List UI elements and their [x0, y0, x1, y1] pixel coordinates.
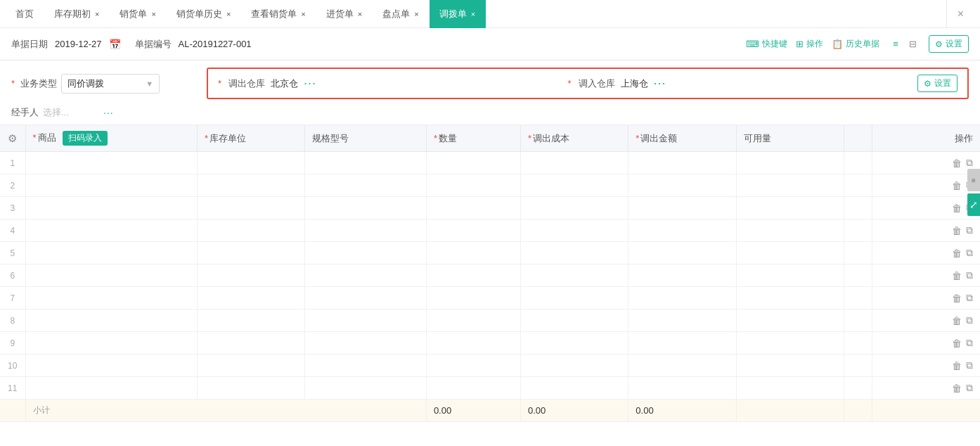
table-row: 1 🗑 ⧉ [0, 152, 980, 174]
table-row-11: 11 🗑⧉ [0, 377, 980, 400]
tab-purchase[interactable]: 进货单 × [316, 0, 373, 28]
settings-button[interactable]: ⚙ 设置 [929, 35, 969, 53]
table-area: ⚙ *商品 扫码录入 *库存单位 规格型号 *数量 *调出成本 [0, 125, 980, 422]
tab-sales-history[interactable]: 销货单历史 × [167, 0, 241, 28]
form-header: 单据日期 2019-12-27 📅 单据编号 AL-20191227-001 ⌨… [0, 28, 980, 60]
copy-row-icon[interactable]: ⧉ [966, 314, 973, 326]
col-header-qty: *数量 [426, 125, 520, 152]
operations-icon: ⊞ [796, 39, 804, 49]
copy-row-icon[interactable]: ⧉ [966, 337, 973, 349]
shortcuts-action[interactable]: ⌨ 快捷键 [746, 38, 787, 50]
out-warehouse-field: * 调出仓库 北京仓 ··· [218, 76, 547, 91]
copy-row-icon[interactable]: ⧉ [966, 269, 973, 281]
tab-stocktake[interactable]: 盘点单 × [373, 0, 429, 28]
business-type-group: * 业务类型 同价调拨 ▼ [11, 74, 194, 94]
col-header-cost: *调出成本 [520, 125, 628, 152]
history-icon: 📋 [832, 39, 843, 49]
delete-row-icon[interactable]: 🗑 [952, 225, 962, 236]
table-settings-gear-icon[interactable]: ⚙ [8, 132, 17, 144]
warehouse-settings-gear-icon: ⚙ [924, 79, 931, 89]
operations-action[interactable]: ⊞ 操作 [796, 38, 823, 50]
in-warehouse-field: * 调入仓库 上海仓 ··· [568, 76, 897, 91]
tab-close-sales-order[interactable]: × [151, 10, 155, 18]
delete-row-icon[interactable]: 🗑 [952, 383, 962, 394]
keyboard-icon: ⌨ [746, 39, 759, 49]
copy-row-icon[interactable]: ⧉ [966, 292, 973, 304]
float-list-btn[interactable]: ≡ [967, 169, 980, 191]
history-action[interactable]: 📋 历史单据 [832, 38, 879, 50]
layout-btn-grid[interactable]: ⊟ [905, 37, 920, 52]
table-settings-header[interactable]: ⚙ [0, 125, 25, 152]
warehouse-settings-button[interactable]: ⚙ 设置 [917, 75, 958, 92]
table-row: 7 🗑⧉ [0, 287, 980, 310]
col-header-unit: *库存单位 [198, 125, 305, 152]
table-row: 4 🗑⧉ [0, 219, 980, 242]
scan-entry-button[interactable]: 扫码录入 [63, 131, 108, 146]
order-number-field: 单据编号 AL-20191227-001 [135, 38, 252, 51]
table-row: 10 🗑⧉ [0, 355, 980, 377]
tab-close-transfer[interactable]: × [471, 10, 475, 18]
layout-btn-list[interactable]: ≡ [888, 37, 903, 52]
col-header-spacer [844, 125, 872, 152]
window-close-button[interactable]: × [946, 0, 974, 28]
float-expand-btn[interactable]: ⤢ [967, 193, 980, 216]
col-header-avail: 可用量 [736, 125, 844, 152]
col-header-amount: *调出金额 [628, 125, 736, 152]
tab-sales-order[interactable]: 销货单 × [110, 0, 166, 28]
tab-close-stocktake[interactable]: × [414, 10, 418, 18]
form-content-area: * 业务类型 同价调拨 ▼ * 调出仓库 北京仓 ··· * [0, 60, 980, 125]
tab-home[interactable]: 首页 [6, 0, 44, 28]
table-row: 8 🗑⧉ [0, 310, 980, 332]
col-header-product: *商品 扫码录入 [25, 125, 198, 152]
form-row-2: 经手人 选择... ··· [11, 105, 969, 120]
copy-row-icon[interactable]: ⧉ [966, 157, 973, 169]
table-row: 2 🗑⧉ [0, 174, 980, 197]
table-row: 5 🗑⧉ [0, 242, 980, 265]
out-warehouse-more-icon[interactable]: ··· [304, 76, 316, 91]
settings-gear-icon: ⚙ [935, 39, 943, 49]
tab-close-sales-history[interactable]: × [226, 10, 231, 18]
date-field: 单据日期 2019-12-27 📅 [11, 38, 121, 51]
delete-row-icon[interactable]: 🗑 [952, 270, 962, 281]
tab-inventory-init[interactable]: 库存期初 × [44, 0, 110, 28]
right-floating-panel: ≡ ⤢ [967, 169, 980, 216]
in-warehouse-more-icon[interactable]: ··· [654, 76, 666, 91]
copy-row-icon[interactable]: ⧉ [966, 382, 973, 394]
tab-close-purchase[interactable]: × [358, 10, 362, 18]
col-header-op: 操作 [872, 125, 980, 152]
copy-row-icon[interactable]: ⧉ [966, 224, 973, 236]
col-header-spec: 规格型号 [305, 125, 426, 152]
header-actions: ⌨ 快捷键 ⊞ 操作 📋 历史单据 ≡ ⊟ ⚙ 设置 [746, 35, 969, 53]
delete-row-icon[interactable]: 🗑 [952, 293, 962, 304]
person-more-icon[interactable]: ··· [103, 107, 114, 118]
business-type-select[interactable]: 同价调拨 ▼ [61, 74, 160, 94]
copy-row-icon[interactable]: ⧉ [966, 247, 973, 259]
tab-close-inventory-init[interactable]: × [95, 10, 99, 18]
calendar-icon[interactable]: 📅 [109, 39, 121, 50]
delete-row-icon[interactable]: 🗑 [952, 203, 962, 214]
table-row: 9 🗑⧉ [0, 332, 980, 355]
copy-row-icon[interactable]: ⧉ [966, 359, 973, 371]
delete-row-icon[interactable]: 🗑 [952, 360, 962, 371]
tab-close-view-sales[interactable]: × [301, 10, 305, 18]
table-row: 6 🗑⧉ [0, 265, 980, 287]
form-row-1: * 业务类型 同价调拨 ▼ * 调出仓库 北京仓 ··· * [11, 68, 969, 99]
delete-row-icon[interactable]: 🗑 [952, 180, 962, 191]
delete-row-icon[interactable]: 🗑 [952, 248, 962, 259]
layout-buttons: ≡ ⊟ [888, 37, 920, 52]
delete-row-icon[interactable]: 🗑 [952, 338, 962, 349]
dropdown-arrow-icon: ▼ [146, 79, 153, 88]
table-row: 3 🗑⧉ [0, 197, 980, 219]
delete-row-icon[interactable]: 🗑 [952, 315, 962, 326]
subtotal-row: 小计 0.00 0.00 0.00 [0, 400, 980, 422]
tab-transfer[interactable]: 调拨单 × [430, 0, 486, 28]
tab-bar: 首页 库存期初 × 销货单 × 销货单历史 × 查看销货单 × 进货单 × 盘点… [0, 0, 980, 28]
items-table: ⚙ *商品 扫码录入 *库存单位 规格型号 *数量 *调出成本 [0, 125, 980, 422]
warehouse-section: * 调出仓库 北京仓 ··· * 调入仓库 上海仓 ··· ⚙ 设置 [207, 68, 969, 99]
delete-row-icon[interactable]: 🗑 [952, 158, 962, 169]
tab-view-sales[interactable]: 查看销货单 × [241, 0, 316, 28]
close-icon: × [958, 8, 964, 20]
person-select[interactable]: 选择... [43, 105, 99, 120]
